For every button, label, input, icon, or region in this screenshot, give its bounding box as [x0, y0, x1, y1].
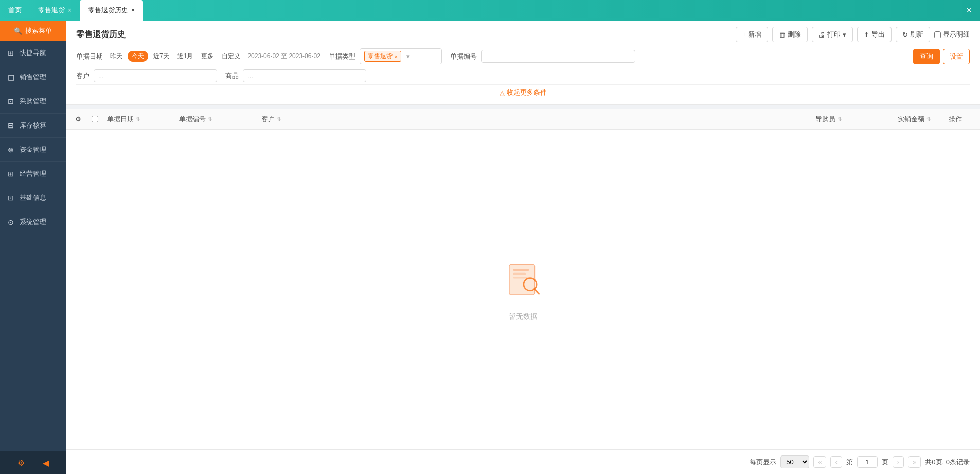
page-title-row: 零售退货历史 + 新增 🗑 删除 🖨 打印 ▾ ⬆ 导出	[76, 27, 970, 42]
sidebar-item-label: 基础信息	[20, 193, 46, 203]
add-button[interactable]: + 新增	[736, 27, 768, 42]
tab-retail-return[interactable]: 零售退货 ×	[30, 0, 80, 21]
table-wrapper: ⚙ 单据日期 ⇅ 单据编号 ⇅ 客户 ⇅ 导购员	[66, 109, 980, 449]
date-btn-1month[interactable]: 近1月	[174, 51, 197, 62]
sort-guide-icon: ⇅	[838, 116, 842, 122]
th-amount[interactable]: 实销金额 ⇅	[873, 115, 935, 124]
finance-icon: ⊛	[6, 145, 15, 154]
customer-filter: 客户 ...	[76, 69, 217, 82]
settings-icon: ⚙	[75, 115, 81, 123]
next-page-button[interactable]: ›	[893, 456, 904, 468]
date-range-display: 2023-06-02 至 2023-06-02	[247, 52, 320, 61]
date-btn-yesterday[interactable]: 昨天	[107, 51, 126, 62]
date-filter-label: 单据日期	[76, 52, 103, 61]
tab-list: 首页 零售退货 × 零售退货历史 ×	[0, 0, 958, 21]
export-button[interactable]: ⬆ 导出	[857, 27, 892, 42]
purchase-icon: ⊡	[6, 97, 15, 105]
main-layout: 🔍 搜索菜单 ⊞ 快捷导航 ◫ 销售管理 ⊡ 采购管理 ⊟ 库存核算 ⊛ 资金管	[0, 21, 980, 474]
query-buttons: 查询 设置	[913, 49, 970, 64]
page-size-select[interactable]: 50 10 20 100	[780, 455, 809, 468]
empty-text: 暂无数据	[509, 312, 538, 321]
date-btn-7days[interactable]: 近7天	[150, 51, 172, 62]
type-tag: 零售退货 ×	[364, 51, 401, 62]
th-guide[interactable]: 导购员 ⇅	[811, 115, 873, 124]
refresh-button[interactable]: ↻ 刷新	[896, 27, 930, 42]
customer-input[interactable]: ...	[94, 69, 217, 82]
sidebar-search-label: 搜索菜单	[25, 26, 52, 35]
type-filter-label: 单据类型	[329, 52, 355, 61]
date-buttons: 昨天 今天 近7天 近1月 更多 自定义	[107, 51, 243, 62]
setting-button[interactable]: 设置	[943, 49, 970, 64]
page-input[interactable]	[857, 456, 878, 468]
type-select[interactable]: 零售退货 × ▾	[360, 48, 442, 64]
sidebar-item-operation[interactable]: ⊞ 经营管理	[0, 162, 66, 186]
date-btn-custom[interactable]: 自定义	[219, 51, 243, 62]
window-close-button[interactable]: ×	[958, 5, 980, 16]
date-filter: 单据日期 昨天 今天 近7天 近1月 更多 自定义 2023-06-02 至 2…	[76, 51, 320, 62]
th-date[interactable]: 单据日期 ⇅	[103, 115, 175, 124]
th-checkbox[interactable]	[86, 116, 103, 122]
filter-area: 单据日期 昨天 今天 近7天 近1月 更多 自定义 2023-06-02 至 2…	[76, 48, 970, 104]
filter-row-1: 单据日期 昨天 今天 近7天 近1月 更多 自定义 2023-06-02 至 2…	[76, 48, 970, 64]
sidebar-bottom: ⚙ ◀	[0, 451, 66, 474]
collapse-button[interactable]: △ 收起更多条件	[76, 84, 970, 100]
first-page-button[interactable]: «	[813, 456, 826, 468]
collapse-up-icon: △	[500, 89, 505, 97]
tab-retail-return-history[interactable]: 零售退货历史 ×	[80, 0, 143, 21]
sidebar-item-shortcuts[interactable]: ⊞ 快捷导航	[0, 41, 66, 65]
sidebar-search-button[interactable]: 🔍 搜索菜单	[0, 21, 66, 41]
sidebar-item-label: 系统管理	[20, 217, 46, 227]
goods-input[interactable]: ...	[243, 69, 366, 82]
content-area: 零售退货历史 + 新增 🗑 删除 🖨 打印 ▾ ⬆ 导出	[66, 21, 980, 474]
pagination-bar: 每页显示 50 10 20 100 « ‹ 第 页 › » 共0页, 0条记录	[66, 449, 980, 474]
inventory-icon: ⊟	[6, 121, 15, 130]
header-actions: + 新增 🗑 删除 🖨 打印 ▾ ⬆ 导出 ↻	[736, 27, 970, 42]
goods-filter: 商品 ...	[225, 69, 366, 82]
sidebar-item-basic-info[interactable]: ⊡ 基础信息	[0, 186, 66, 210]
refresh-icon: ↻	[902, 31, 908, 39]
sidebar-item-purchase[interactable]: ⊡ 采购管理	[0, 89, 66, 114]
tab-retail-return-close[interactable]: ×	[68, 7, 72, 14]
svg-rect-0	[509, 265, 535, 295]
sidebar-settings-button[interactable]: ⚙	[17, 458, 25, 468]
tab-retail-return-history-close[interactable]: ×	[131, 7, 135, 14]
sales-icon: ◫	[6, 73, 15, 81]
show-detail-checkbox[interactable]: 显示明细	[934, 30, 970, 39]
svg-point-6	[526, 281, 533, 288]
tab-home[interactable]: 首页	[0, 0, 30, 21]
svg-rect-1	[513, 269, 529, 271]
sidebar-item-finance[interactable]: ⊛ 资金管理	[0, 138, 66, 162]
sidebar-item-label: 采购管理	[20, 97, 46, 106]
sidebar-item-inventory[interactable]: ⊟ 库存核算	[0, 114, 66, 138]
th-action: 操作	[935, 115, 976, 124]
date-btn-more[interactable]: 更多	[198, 51, 217, 62]
sidebar-collapse-button[interactable]: ◀	[43, 458, 49, 468]
th-customer[interactable]: 客户 ⇅	[257, 115, 811, 124]
customer-filter-label: 客户	[76, 71, 90, 81]
sidebar-item-sales[interactable]: ◫ 销售管理	[0, 65, 66, 89]
th-num[interactable]: 单据编号 ⇅	[175, 115, 257, 124]
page-title: 零售退货历史	[76, 29, 126, 40]
sidebar: 🔍 搜索菜单 ⊞ 快捷导航 ◫ 销售管理 ⊡ 采购管理 ⊟ 库存核算 ⊛ 资金管	[0, 21, 66, 474]
date-btn-today[interactable]: 今天	[128, 51, 148, 62]
svg-rect-2	[513, 273, 526, 275]
type-tag-close[interactable]: ×	[395, 53, 398, 60]
table-header: ⚙ 单据日期 ⇅ 单据编号 ⇅ 客户 ⇅ 导购员	[66, 109, 980, 130]
print-button[interactable]: 🖨 打印 ▾	[812, 27, 853, 42]
sidebar-item-label: 快捷导航	[20, 48, 46, 58]
select-all-checkbox[interactable]	[92, 116, 98, 122]
search-icon: 🔍	[14, 27, 22, 35]
prev-page-button[interactable]: ‹	[830, 456, 842, 468]
delete-icon: 🗑	[779, 31, 786, 39]
sidebar-item-label: 销售管理	[20, 72, 46, 82]
goods-filter-label: 商品	[225, 71, 239, 81]
sidebar-item-label: 库存核算	[20, 121, 46, 130]
sort-amount-icon: ⇅	[926, 116, 931, 122]
sidebar-item-system[interactable]: ⊙ 系统管理	[0, 210, 66, 234]
th-settings[interactable]: ⚙	[70, 115, 86, 123]
delete-button[interactable]: 🗑 删除	[772, 27, 808, 42]
query-button[interactable]: 查询	[913, 49, 940, 64]
voucher-input[interactable]	[481, 50, 635, 63]
last-page-button[interactable]: »	[908, 456, 921, 468]
sidebar-item-label: 经营管理	[20, 169, 46, 178]
